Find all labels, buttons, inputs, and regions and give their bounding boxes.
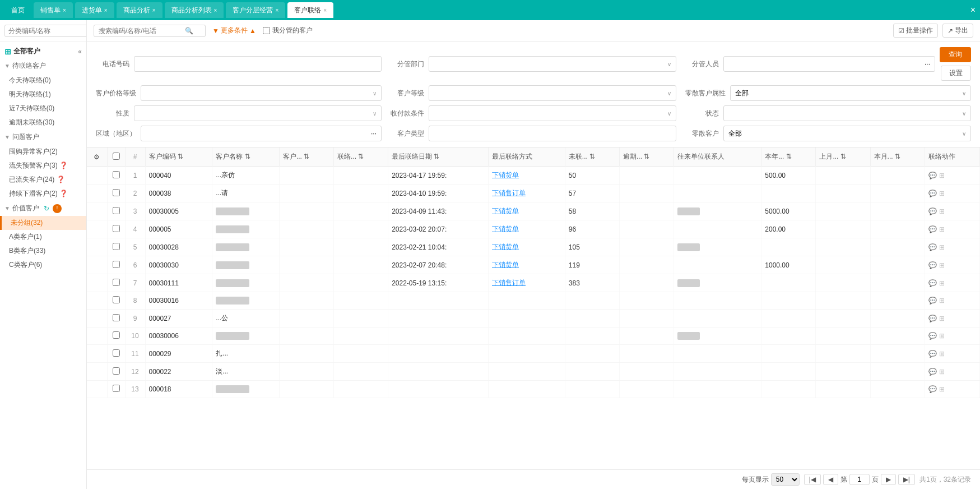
col-not-contacted[interactable]: 未联... ⇅ xyxy=(565,147,619,167)
contact-icon[interactable]: 💬 xyxy=(928,207,937,215)
row-checkbox[interactable] xyxy=(113,331,120,339)
more-action-icon[interactable]: ⊞ xyxy=(939,279,945,287)
contact-icon[interactable]: 💬 xyxy=(928,368,937,376)
search-input[interactable] xyxy=(99,27,183,35)
row-checkbox[interactable] xyxy=(113,243,120,250)
sidebar-item-class-c[interactable]: C类客户(6) xyxy=(0,258,86,272)
search-icon[interactable]: 🔍 xyxy=(185,27,193,35)
sidebar-item-churned[interactable]: 已流失客户(24) ❓ xyxy=(0,173,86,187)
more-action-icon[interactable]: ⊞ xyxy=(939,207,945,215)
row-checkbox-cell[interactable] xyxy=(107,274,125,292)
filter-dept-input[interactable]: ∨ xyxy=(429,56,676,72)
row-checkbox-cell[interactable] xyxy=(107,345,125,363)
more-action-icon[interactable]: ⊞ xyxy=(939,261,945,269)
row-checkbox-cell[interactable] xyxy=(107,381,125,398)
tab-home[interactable]: 首页 xyxy=(4,2,31,18)
sidebar-item-7days[interactable]: 近7天待联络(0) xyxy=(0,102,86,116)
contact-icon[interactable]: 💬 xyxy=(928,243,937,251)
row-checkbox[interactable] xyxy=(113,171,120,178)
my-customers-checkbox-label[interactable]: 我分管的客户 xyxy=(263,26,313,35)
export-button[interactable]: ↗ 导出 xyxy=(942,24,973,38)
row-checkbox-cell[interactable] xyxy=(107,167,125,184)
sidebar-item-abnormal[interactable]: 囤购异常客户(2) xyxy=(0,145,86,159)
col-this-month[interactable]: 本月... ⇅ xyxy=(870,147,925,167)
next-page-button[interactable]: ▶ xyxy=(881,474,896,485)
all-customers-header[interactable]: ⊞ 全部客户 « xyxy=(0,42,86,58)
close-tab-product-list[interactable]: × xyxy=(214,7,217,13)
row-last-method[interactable] xyxy=(489,381,565,398)
col-overdue[interactable]: 逾期... ⇅ xyxy=(619,147,674,167)
page-number-input[interactable] xyxy=(849,474,870,485)
select-all-col[interactable] xyxy=(107,147,125,167)
row-last-method[interactable]: 下销货单 xyxy=(489,256,565,274)
close-tab-customer-segment[interactable]: × xyxy=(275,7,278,13)
filter-status-input[interactable]: ∨ xyxy=(723,105,971,121)
more-action-icon[interactable]: ⊞ xyxy=(939,315,945,322)
more-action-icon[interactable]: ⊞ xyxy=(939,332,945,340)
row-checkbox-cell[interactable] xyxy=(107,220,125,238)
row-checkbox-cell[interactable] xyxy=(107,184,125,202)
filter-staff-input[interactable]: ··· xyxy=(723,56,935,72)
prev-page-button[interactable]: ◀ xyxy=(823,474,838,485)
sidebar-item-tomorrow[interactable]: 明天待联络(1) xyxy=(0,87,86,102)
problem-customer-group[interactable]: ▼ 问题客户 xyxy=(0,130,86,145)
sidebar-item-overdue[interactable]: 逾期未联络(30) xyxy=(0,116,86,130)
contact-icon[interactable]: 💬 xyxy=(928,190,937,197)
row-checkbox[interactable] xyxy=(113,367,120,375)
filter-price-level-input[interactable]: ∨ xyxy=(141,85,382,101)
more-action-icon[interactable]: ⊞ xyxy=(939,225,945,233)
row-checkbox[interactable] xyxy=(113,207,120,214)
row-last-method[interactable] xyxy=(489,327,565,345)
settings-col[interactable]: ⚙ xyxy=(87,147,107,167)
col-contact-method[interactable]: 联络... ⇅ xyxy=(334,147,388,167)
more-action-icon[interactable]: ⊞ xyxy=(939,350,945,358)
tab-customer-contact[interactable]: 客户联络 × xyxy=(287,2,333,18)
row-last-method[interactable] xyxy=(489,345,565,363)
last-page-button[interactable]: ▶| xyxy=(898,474,915,485)
row-checkbox[interactable] xyxy=(113,296,120,303)
pending-contact-group[interactable]: ▼ 待联络客户 xyxy=(0,58,86,73)
col-unit-contacts[interactable]: 往来单位联系人 xyxy=(674,147,761,167)
filter-payment-input[interactable]: ∨ xyxy=(429,105,676,121)
contact-icon[interactable]: 💬 xyxy=(928,350,937,358)
col-type[interactable]: 客户... ⇅ xyxy=(279,147,333,167)
tab-product-list[interactable]: 商品分析列表 × xyxy=(165,2,224,18)
filter-phone-input[interactable] xyxy=(134,56,382,72)
row-checkbox[interactable] xyxy=(113,349,120,357)
row-checkbox[interactable] xyxy=(113,189,120,196)
reset-button[interactable]: 设置 xyxy=(941,66,971,81)
search-box[interactable]: 🔍 xyxy=(94,25,206,37)
row-checkbox-cell[interactable] xyxy=(107,310,125,327)
sidebar-item-ungrouped[interactable]: 未分组(32) xyxy=(0,216,86,230)
row-checkbox[interactable] xyxy=(113,225,120,232)
select-all-checkbox[interactable] xyxy=(113,153,120,160)
row-last-method[interactable] xyxy=(489,292,565,310)
col-last-method[interactable]: 最后联络方式 xyxy=(489,147,565,167)
row-checkbox[interactable] xyxy=(113,279,120,286)
more-action-icon[interactable]: ⊞ xyxy=(939,368,945,376)
filter-customer-type-input[interactable] xyxy=(429,126,676,141)
my-customers-checkbox[interactable] xyxy=(263,27,270,34)
query-button[interactable]: 查询 xyxy=(940,47,971,62)
more-filters-button[interactable]: ▼ 更多条件 ▲ xyxy=(212,26,256,35)
filter-retail-attr-input[interactable]: 全部 ∨ xyxy=(730,85,971,101)
tab-customer-segment[interactable]: 客户分层经营 × xyxy=(226,2,285,18)
sidebar-item-class-b[interactable]: B类客户(33) xyxy=(0,244,86,258)
row-checkbox[interactable] xyxy=(113,385,120,392)
close-window-icon[interactable]: × xyxy=(970,5,976,15)
row-checkbox[interactable] xyxy=(113,314,120,321)
contact-icon[interactable]: 💬 xyxy=(928,225,937,233)
value-customer-group[interactable]: ▼ 价值客户 ↻ ! xyxy=(0,201,86,216)
filter-property-input[interactable]: ∨ xyxy=(134,105,382,121)
more-action-icon[interactable]: ⊞ xyxy=(939,385,945,393)
collapse-icon[interactable]: « xyxy=(78,48,82,56)
sidebar-item-today[interactable]: 今天待联络(0) xyxy=(0,73,86,87)
contact-icon[interactable]: 💬 xyxy=(928,172,937,179)
tab-sales[interactable]: 销售单 × xyxy=(34,2,73,18)
contact-icon[interactable]: 💬 xyxy=(928,315,937,322)
first-page-button[interactable]: |◀ xyxy=(804,474,821,485)
row-last-method[interactable]: 下销货单 xyxy=(489,202,565,220)
close-tab-customer-contact[interactable]: × xyxy=(323,7,327,13)
filter-region-input[interactable]: ··· xyxy=(141,126,382,141)
more-action-icon[interactable]: ⊞ xyxy=(939,297,945,305)
